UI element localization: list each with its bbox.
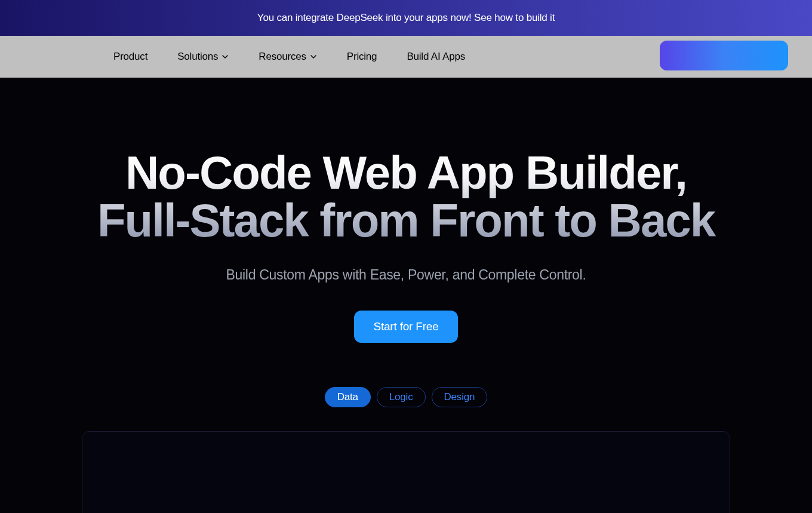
hero-subtitle: Build Custom Apps with Ease, Power, and … <box>0 267 812 283</box>
chevron-down-icon <box>310 53 317 60</box>
tabs-container: Data Logic Design <box>0 387 812 407</box>
announcement-bar[interactable]: You can integrate DeepSeek into your app… <box>0 0 812 36</box>
nav-item-solutions[interactable]: Solutions <box>177 51 229 63</box>
hero-title-line1: No-Code Web App Builder, <box>0 149 812 197</box>
hero-section: No-Code Web App Builder, Full-Stack from… <box>0 78 812 513</box>
hero-title: No-Code Web App Builder, Full-Stack from… <box>0 149 812 244</box>
nav-label: Pricing <box>347 51 377 63</box>
nav-label: Solutions <box>177 51 218 63</box>
nav-item-pricing[interactable]: Pricing <box>347 51 377 63</box>
nav-item-build-ai-apps[interactable]: Build AI Apps <box>407 51 465 63</box>
nav-item-resources[interactable]: Resources <box>259 51 316 63</box>
nav-bar: Product Solutions Resources Pricing Buil… <box>0 36 812 78</box>
tab-data[interactable]: Data <box>325 387 371 407</box>
nav-items: Product Solutions Resources Pricing Buil… <box>113 51 465 63</box>
nav-label: Product <box>113 51 147 63</box>
nav-item-product[interactable]: Product <box>113 51 147 63</box>
nav-cta-button[interactable] <box>660 41 788 70</box>
chevron-down-icon <box>222 53 229 60</box>
nav-label: Resources <box>259 51 306 63</box>
announcement-text: You can integrate DeepSeek into your app… <box>257 12 555 24</box>
hero-title-line2: Full-Stack from Front to Back <box>0 197 812 245</box>
tab-logic[interactable]: Logic <box>377 387 426 407</box>
content-preview-frame <box>82 431 730 513</box>
nav-right <box>660 41 788 73</box>
nav-label: Build AI Apps <box>407 51 465 63</box>
start-for-free-button[interactable]: Start for Free <box>354 311 457 343</box>
tab-design[interactable]: Design <box>432 387 488 407</box>
